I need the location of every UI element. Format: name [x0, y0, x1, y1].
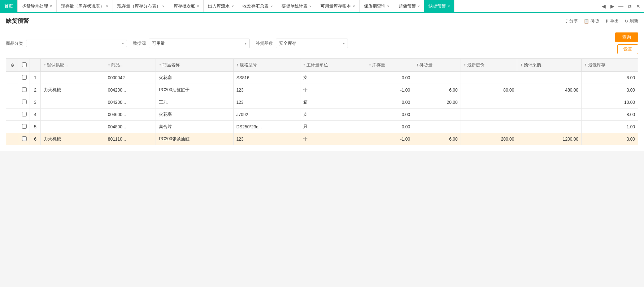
row-est-purchase-cell [517, 72, 582, 84]
replenish-base-chevron-icon: ▾ [343, 41, 345, 45]
col-unit[interactable]: ↕ 主计量单位 [300, 59, 366, 72]
query-button[interactable]: 查询 [615, 32, 638, 42]
tab-batch-close[interactable]: × [197, 4, 199, 8]
refresh-button[interactable]: ↻ 刷新 [625, 18, 638, 24]
tab-overstock-close[interactable]: × [418, 4, 420, 8]
datasource-chevron-icon: ▾ [245, 41, 247, 45]
row-checkbox[interactable] [22, 136, 27, 141]
col-item-code-label: ↕ 商品... [108, 62, 123, 67]
tab-exception[interactable]: 拣货异常处理 × [18, 0, 57, 12]
row-spec-cell: 123 [233, 84, 300, 96]
replenish-base-label: 补货基数 [256, 40, 273, 47]
tab-available-close[interactable]: × [353, 4, 355, 8]
col-checkbox[interactable] [19, 59, 30, 72]
row-checkbox-cell[interactable] [19, 133, 30, 145]
filter-actions: 查询 设置 [615, 32, 638, 54]
row-supplier-cell: 力天机械 [41, 84, 105, 96]
category-chevron-icon: ▾ [122, 41, 124, 45]
row-latest-price-cell [461, 121, 517, 133]
tab-exception-close[interactable]: × [50, 4, 52, 8]
row-supplier-cell [41, 109, 105, 121]
row-settings-cell [6, 96, 19, 109]
row-checkbox[interactable] [22, 87, 27, 92]
tab-stock-status[interactable]: 现存量（库存状况表） × [57, 0, 113, 12]
row-supplier-cell [41, 96, 105, 109]
col-min-stock[interactable]: ↕ 最低库存 [582, 59, 638, 72]
tab-stock-dist-close[interactable]: × [162, 4, 165, 8]
tab-inout-close[interactable]: × [231, 4, 234, 8]
tab-collect-label: 收发存汇总表 [243, 3, 269, 9]
col-item-name[interactable]: ↕ 商品名称 [156, 59, 233, 72]
row-est-purchase-cell: 480.00 [517, 84, 582, 96]
tab-home[interactable]: 首页 [0, 0, 18, 12]
tab-batch[interactable]: 库存批次账 × [169, 0, 204, 12]
page-header: 缺货预警 ⤴ 分享 📋 补货 ⬇ 导出 ↻ 刷新 [0, 13, 644, 28]
col-est-purchase[interactable]: ↕ 预计采购... [517, 59, 582, 72]
tab-expiry-close[interactable]: × [387, 4, 390, 8]
row-unit-cell: 箱 [300, 96, 366, 109]
row-checkbox-cell[interactable] [19, 96, 30, 109]
select-all-checkbox[interactable] [22, 62, 27, 67]
row-stock-cell: -1.00 [366, 84, 413, 96]
tab-available[interactable]: 可用量库存账本 × [316, 0, 360, 12]
gear-icon[interactable]: ⚙ [10, 63, 14, 68]
row-checkbox-cell[interactable] [19, 84, 30, 96]
replenish-base-select[interactable]: 安全库存 ▾ [276, 39, 348, 48]
row-checkbox-cell[interactable] [19, 121, 30, 133]
tab-batch-label: 库存批次账 [174, 3, 195, 9]
tab-collect[interactable]: 收发存汇总表 × [238, 0, 277, 12]
replenish-base-filter-group: 补货基数 安全库存 ▾ [256, 39, 348, 48]
share-button[interactable]: ⤴ 分享 [566, 18, 578, 24]
tab-restore-btn[interactable]: ⧉ [625, 2, 634, 10]
row-settings-cell [6, 121, 19, 133]
row-min-stock-cell: 3.00 [582, 133, 638, 145]
tab-order-stats-close[interactable]: × [309, 4, 312, 8]
col-stock[interactable]: ↕ 库存量 [366, 59, 413, 72]
tab-shortage-close[interactable]: × [448, 4, 450, 8]
row-unit-cell: 个 [300, 84, 366, 96]
category-select[interactable]: ▾ [26, 40, 127, 47]
row-num-cell: 5 [30, 121, 41, 133]
row-replenish-cell [413, 72, 461, 84]
col-spec[interactable]: ↕ 规格型号 [233, 59, 300, 72]
tab-stock-dist[interactable]: 现存量（库存分布表） × [113, 0, 169, 12]
tab-stock-status-close[interactable]: × [106, 4, 108, 8]
tab-close-btn[interactable]: ✕ [634, 2, 643, 10]
col-item-code[interactable]: ↕ 商品... [105, 59, 156, 72]
replenish-base-value: 安全库存 [279, 40, 296, 47]
tab-order-stats[interactable]: 要货单统计表 × [277, 0, 316, 12]
settings-button[interactable]: 设置 [617, 44, 638, 54]
row-item-name-cell: PC200张紧油缸 [156, 133, 233, 145]
row-supplier-cell: 力天机械 [41, 133, 105, 145]
row-stock-cell: 0.00 [366, 109, 413, 121]
row-checkbox[interactable] [22, 75, 27, 80]
category-label: 商品分类 [6, 40, 23, 47]
row-num-cell: 4 [30, 109, 41, 121]
tab-inout-label: 出入库流水 [208, 3, 230, 9]
row-checkbox[interactable] [22, 112, 27, 116]
tab-exception-label: 拣货异常处理 [22, 3, 48, 9]
col-settings[interactable]: ⚙ [6, 59, 19, 72]
row-replenish-cell [413, 109, 461, 121]
replenish-button[interactable]: 📋 补货 [584, 18, 599, 24]
col-supplier[interactable]: ↕ 默认供应... [41, 59, 105, 72]
tab-inout[interactable]: 出入库流水 × [204, 0, 238, 12]
datasource-select[interactable]: 可用量 ▾ [149, 39, 250, 48]
tab-overstock[interactable]: 超储预警 × [394, 0, 425, 12]
tab-expiry[interactable]: 保质期查询 × [360, 0, 394, 12]
row-checkbox-cell[interactable] [19, 109, 30, 121]
col-latest-price[interactable]: ↕ 最新进价 [461, 59, 517, 72]
tab-shortage[interactable]: 缺货预警 × [424, 0, 454, 12]
tab-minimize-btn[interactable]: — [617, 2, 625, 10]
tab-collect-close[interactable]: × [270, 4, 273, 8]
table-row: 4 004600... 火花塞 J7092 支 0.00 8.00 [6, 109, 638, 121]
row-checkbox-cell[interactable] [19, 72, 30, 84]
table-header-row: ⚙ ↕ 默认供应... ↕ 商品... ↕ 商品名称 [6, 59, 638, 72]
col-replenish[interactable]: ↕ 补货量 [413, 59, 461, 72]
tab-prev-btn[interactable]: ◀ [599, 2, 608, 10]
row-checkbox[interactable] [22, 124, 27, 129]
export-button[interactable]: ⬇ 导出 [605, 18, 619, 24]
tab-next-btn[interactable]: ▶ [608, 2, 617, 10]
row-spec-cell: J7092 [233, 109, 300, 121]
row-checkbox[interactable] [22, 100, 27, 104]
